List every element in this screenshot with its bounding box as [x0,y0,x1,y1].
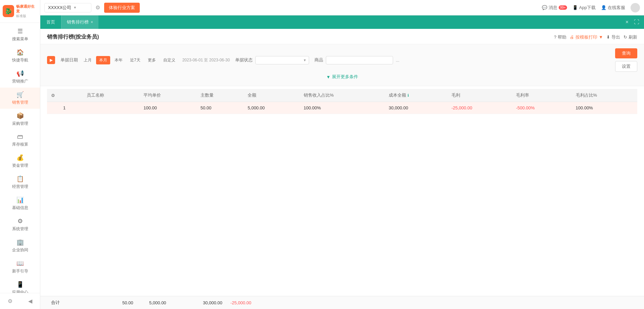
cell-index: 1 [59,102,83,114]
export-button[interactable]: ⬇ 导出 [606,34,620,40]
cell-total: 5,000.00 [244,102,299,114]
sidebar-settings-btn[interactable]: ⚙ [5,297,15,306]
sidebar-item-enterprise[interactable]: 🏢 企业协同 [0,235,40,256]
trial-button[interactable]: 体验行业方案 [104,3,140,13]
filter-toggle-btn[interactable]: ▶ [47,56,55,64]
refresh-label: 刷新 [629,34,637,40]
sidebar-nav: ☰ 搜索菜单 🏠 快捷导航 📢 营销推广 🛒 销售管理 📦 采购管理 🗃 库存核… [0,23,40,293]
date-tab-last-month[interactable]: 上月 [81,56,95,64]
enterprise-icon: 🏢 [16,239,24,246]
sidebar-item-marketing[interactable]: 📢 营销推广 [0,66,40,88]
refresh-button[interactable]: ↻ 刷新 [624,34,637,40]
col-gross-ratio: 毛利占比% [572,89,637,102]
query-button[interactable]: 查询 [615,48,637,58]
cell-sales-ratio: 100.00% [300,102,385,114]
tab-close-icon[interactable]: × [91,20,93,24]
sidebar-item-search[interactable]: ☰ 搜索菜单 [0,24,40,45]
company-selector[interactable]: XXXXX公司 ▼ [44,3,91,12]
sidebar-bottom: ⚙ ◀ [0,293,40,309]
topbar-right: 💬 消息 99+ 📱 App下载 👤 在线客服 [542,3,640,12]
table-body: 1 100.00 50.00 5,000.00 100.00% 30,000.0… [47,102,637,114]
date-label: 单据日期 [60,57,78,63]
footer-main-qty: 50.00 [118,300,145,305]
filter-area: ▶ 单据日期 上月 本月 本年 近7天 更多 自定义 2023-06-01 至 … [40,44,644,86]
tab-sales-ranking[interactable]: 销售排行榜 × [61,15,98,29]
sidebar-item-shortcut[interactable]: 🏠 快捷导航 [0,45,40,66]
search-order-icon: ☰ [17,28,23,35]
cell-gross-ratio: 100.00% [572,102,637,114]
sidebar-item-finance[interactable]: 💰 资金管理 [0,151,40,172]
goods-label: 商品 [314,57,323,63]
message-button[interactable]: 💬 消息 99+ [542,5,567,11]
date-tab-custom[interactable]: 自定义 [160,56,178,64]
footer-total: 5,000.00 [145,300,172,305]
service-icon: 👤 [601,5,606,10]
tab-sales-ranking-label: 销售排行榜 [67,19,89,25]
expand-label: 展开更多条件 [332,74,358,80]
tab-home[interactable]: 首页 [40,15,61,29]
date-tab-this-month[interactable]: 本月 [96,56,110,64]
sidebar-item-operation[interactable]: 📋 经营管理 [0,172,40,193]
date-range-display: 2023-06-01 至 2023-06-30 [182,57,230,63]
cell-cost: 30,000.00 [385,102,447,114]
sidebar-item-operation-label: 经营管理 [12,184,28,190]
system-icon: ⚙ [17,217,23,225]
table-header-row: ⚙ 员工名称 平均单价 主数量 全额 销售收入占比% 成本全额 ℹ 毛利 毛利率… [47,89,637,102]
cell-employee [83,102,140,114]
app-download-button[interactable]: 📱 App下载 [572,5,596,11]
col-main-qty: 主数量 [197,89,244,102]
sidebar-collapse-btn[interactable]: ◀ [26,297,35,306]
goods-more-icon[interactable]: ... [396,58,399,63]
sidebar-item-inventory[interactable]: 🗃 库存核算 [0,130,40,151]
sidebar-item-basic[interactable]: 📊 基础信息 [0,193,40,214]
message-badge: 99+ [559,5,567,10]
sidebar-item-app[interactable]: 📱 应用中心 [0,277,40,293]
tab-close-all-icon[interactable]: × [624,18,631,27]
data-table: ⚙ 员工名称 平均单价 主数量 全额 销售收入占比% 成本全额 ℹ 毛利 毛利率… [47,89,637,114]
sidebar-item-purchase-label: 采购管理 [12,121,28,126]
action-buttons: 查询 设置 [615,48,637,72]
sidebar-item-purchase[interactable]: 📦 采购管理 [0,109,40,130]
app-download-icon: 📱 [572,5,578,10]
sales-icon: 🛒 [16,91,24,98]
sidebar: 🐉 畅康通好生意 标准版 ☰ 搜索菜单 🏠 快捷导航 📢 营销推广 🛒 销售管理… [0,0,40,309]
topbar: XXXXX公司 ▼ ⚙ 体验行业方案 💬 消息 99+ 📱 App下载 👤 在线… [40,0,644,15]
footer-gross: -25,000.00 [226,300,255,305]
basic-icon: 📊 [16,196,24,204]
page-actions: ? 帮助 🖨 按模板打印 ▼ ⬇ 导出 ↻ 刷新 [554,34,637,40]
column-settings-icon[interactable]: ⚙ [51,93,55,98]
service-label: 在线客服 [608,5,625,11]
help-button[interactable]: ? 帮助 [554,34,566,40]
guide-icon: 📖 [16,260,24,267]
filter-settings-button[interactable]: 设置 [615,61,637,72]
date-tab-this-year[interactable]: 本年 [112,56,126,64]
message-label: 消息 [549,5,557,11]
finance-icon: 💰 [16,154,24,161]
marketing-icon: 📢 [16,70,24,77]
date-tab-more[interactable]: 更多 [145,56,159,64]
tab-fullscreen-icon[interactable]: ⛶ [632,18,641,27]
filter-row: ▶ 单据日期 上月 本月 本年 近7天 更多 自定义 2023-06-01 至 … [47,48,637,72]
sidebar-item-sales[interactable]: 🛒 销售管理 [0,88,40,109]
col-index [59,89,83,102]
date-tab-7days[interactable]: 近7天 [127,56,143,64]
tabbar: 首页 销售排行榜 × × ⛶ [40,15,644,29]
page-content: 销售排行榜(按业务员) ? 帮助 🖨 按模板打印 ▼ ⬇ 导出 ↻ 刷新 [40,29,644,309]
user-avatar[interactable] [631,3,640,12]
status-select[interactable] [255,56,309,64]
help-icon: ? [554,35,556,40]
cell-avg-price: 100.00 [139,102,197,114]
cell-gross: -25,000.00 [447,102,512,114]
goods-input[interactable] [326,56,393,64]
expand-conditions-btn[interactable]: ▼ 展开更多条件 [326,74,358,80]
status-select-wrapper [255,56,309,64]
print-button[interactable]: 🖨 按模板打印 ▼ [570,34,603,40]
logo-subtitle: 标准版 [16,14,37,18]
topbar-settings-icon[interactable]: ⚙ [94,3,101,12]
cost-info-icon[interactable]: ℹ [407,93,409,97]
sidebar-item-shortcut-label: 快捷导航 [12,57,28,63]
sidebar-item-system[interactable]: ⚙ 系统管理 [0,214,40,235]
purchase-icon: 📦 [16,112,24,119]
sidebar-item-guide[interactable]: 📖 新手引导 [0,256,40,277]
online-service-button[interactable]: 👤 在线客服 [601,5,625,11]
